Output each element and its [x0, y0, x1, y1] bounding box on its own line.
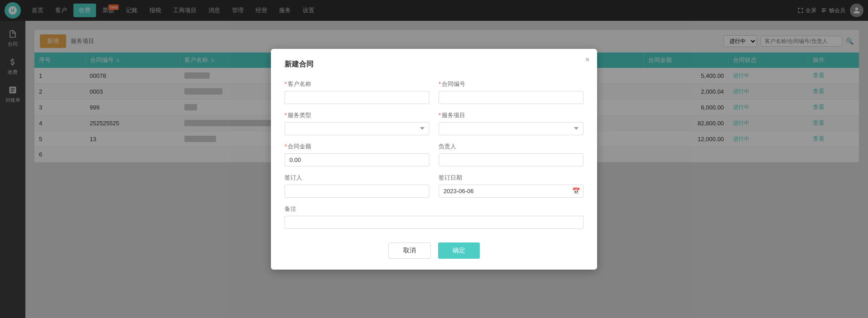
contract-no-input[interactable]: [439, 91, 583, 104]
service-type-label: * 服务类型: [285, 111, 429, 119]
form-contract-amount: * 合同金额: [285, 142, 429, 166]
service-type-select[interactable]: [285, 122, 429, 135]
responsible-label: 负责人: [439, 142, 583, 151]
modal-overlay: 新建合同 × * 客户名称 * 合同编号 *: [0, 0, 868, 318]
remark-label: 备注: [285, 205, 583, 213]
customer-name-label: * 客户名称: [285, 80, 429, 88]
form-remark: 备注: [285, 205, 583, 229]
sign-date-wrapper: 📅: [439, 185, 583, 198]
form-sign-date: 签订日期 📅: [439, 174, 583, 198]
contract-no-label: * 合同编号: [439, 80, 583, 88]
modal-footer: 取消 确定: [285, 242, 583, 259]
form-signer: 签订人: [285, 174, 429, 198]
signer-label: 签订人: [285, 174, 429, 182]
remark-input[interactable]: [285, 216, 583, 229]
contract-amount-input[interactable]: [285, 153, 429, 166]
modal-close-button[interactable]: ×: [585, 55, 590, 65]
cancel-button[interactable]: 取消: [388, 242, 431, 259]
form-responsible: 负责人: [439, 142, 583, 166]
create-contract-modal: 新建合同 × * 客户名称 * 合同编号 *: [271, 49, 597, 270]
form-service-item: * 服务项目: [439, 111, 583, 135]
sign-date-input[interactable]: [439, 185, 583, 198]
form-grid: * 客户名称 * 合同编号 * 服务类型: [285, 80, 583, 229]
contract-amount-label: * 合同金额: [285, 142, 429, 151]
confirm-button[interactable]: 确定: [438, 242, 480, 259]
customer-name-input[interactable]: [285, 91, 429, 104]
form-customer-name: * 客户名称: [285, 80, 429, 104]
service-item-select[interactable]: [439, 122, 583, 135]
service-item-label: * 服务项目: [439, 111, 583, 119]
calendar-icon[interactable]: 📅: [572, 187, 580, 195]
sign-date-label: 签订日期: [439, 174, 583, 182]
form-service-type: * 服务类型: [285, 111, 429, 135]
responsible-input[interactable]: [439, 153, 583, 166]
signer-input[interactable]: [285, 185, 429, 198]
form-contract-no: * 合同编号: [439, 80, 583, 104]
modal-title: 新建合同: [285, 60, 583, 69]
